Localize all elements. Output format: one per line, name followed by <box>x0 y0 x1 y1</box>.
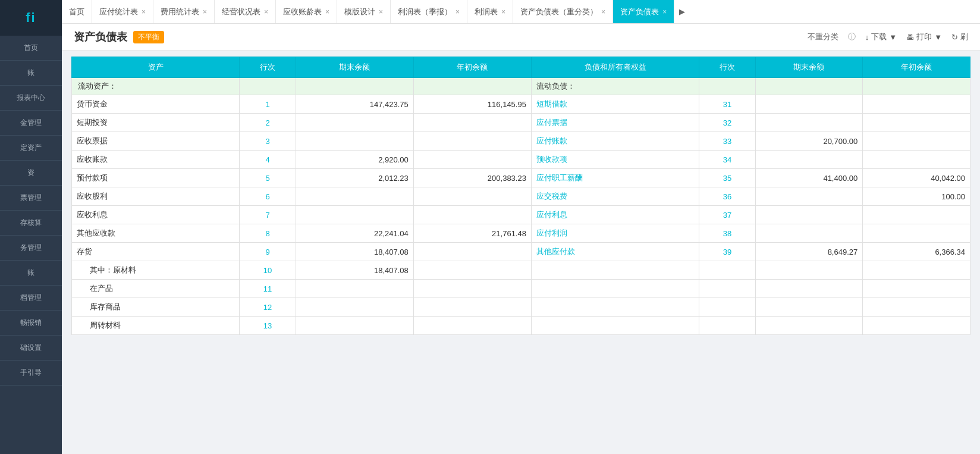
row-num-left: 10 <box>240 261 296 280</box>
asset-name: 应收股利 <box>72 187 240 206</box>
begin-balance-left <box>413 280 531 298</box>
tab-receivable-aging-label: 应收账龄表 <box>283 7 322 17</box>
table-row[interactable]: 其中：原材料 10 18,407.08 <box>72 261 970 280</box>
sidebar-item-invoice[interactable]: 票管理 <box>0 186 62 211</box>
row-num-right: 38 <box>699 224 755 243</box>
close-icon[interactable]: × <box>379 8 383 16</box>
tab-receivable-aging[interactable]: 应收账龄表 × <box>276 0 337 23</box>
begin-balance-left: 21,761.48 <box>413 224 531 243</box>
table-row[interactable]: 存货 9 18,407.08 其他应付款 39 8,649.27 6,366.3… <box>72 243 970 261</box>
close-icon[interactable]: × <box>264 8 268 16</box>
not-classify-label[interactable]: 不重分类 <box>808 32 838 42</box>
liability-name: 预收款项 <box>531 151 699 169</box>
row-num-right: 33 <box>699 132 755 151</box>
tab-payable-stats[interactable]: 应付统计表 × <box>92 0 153 23</box>
begin-balance-right <box>863 95 970 114</box>
close-icon[interactable]: × <box>325 8 329 16</box>
tab-home[interactable]: 首页 <box>62 0 92 23</box>
section-right-label: 流动负债： <box>531 78 699 95</box>
download-button[interactable]: ↓ 下载 ▼ <box>865 32 897 42</box>
tab-profit-quarterly-label: 利润表（季报） <box>398 7 452 17</box>
end-balance-left: 147,423.75 <box>296 95 413 114</box>
begin-balance-right <box>863 151 970 169</box>
tab-business-status[interactable]: 经营状况表 × <box>215 0 276 23</box>
close-icon[interactable]: × <box>601 8 605 16</box>
header-actions: 不重分类 ⓘ ↓ 下载 ▼ 🖶 打印 ▼ ↻ 刷 <box>808 32 968 42</box>
table-row[interactable]: 在产品 11 <box>72 280 970 298</box>
tab-expense-stats[interactable]: 费用统计表 × <box>153 0 215 23</box>
table-area: 资产 行次 期末余额 年初余额 负债和所有者权益 行次 期末余额 年初余额 流动… <box>62 51 980 454</box>
sidebar-item-ledger[interactable]: 账 <box>0 261 62 286</box>
tab-scroll-right[interactable]: ▶ <box>674 0 690 23</box>
table-row[interactable]: 其他应收款 8 22,241.04 21,761.48 应付利润 38 <box>72 224 970 243</box>
tab-template-design[interactable]: 模版设计 × <box>337 0 391 23</box>
close-icon[interactable]: × <box>662 8 667 16</box>
close-icon[interactable]: × <box>142 8 146 16</box>
begin-balance-right <box>863 317 970 335</box>
sidebar-item-guide[interactable]: 手引导 <box>0 361 62 386</box>
table-row[interactable]: 应收票据 3 应付账款 33 20,700.00 <box>72 132 970 151</box>
end-balance-right: 20,700.00 <box>755 132 863 151</box>
row-num-left: 4 <box>240 151 296 169</box>
chevron-down-icon: ▼ <box>934 33 942 42</box>
col-liabilities: 负债和所有者权益 <box>531 57 699 78</box>
tab-profit-quarterly[interactable]: 利润表（季报） × <box>391 0 467 23</box>
end-balance-right <box>755 261 863 280</box>
row-num-left: 8 <box>240 224 296 243</box>
sidebar-item-home[interactable]: 首页 <box>0 36 62 61</box>
row-num-right <box>699 280 755 298</box>
sidebar-item-fixed-assets[interactable]: 定资产 <box>0 136 62 161</box>
print-button[interactable]: 🖶 打印 ▼ <box>906 32 942 42</box>
liability-name: 应付票据 <box>531 114 699 132</box>
tab-profit[interactable]: 利润表 × <box>467 0 513 23</box>
begin-balance-left <box>413 132 531 151</box>
begin-balance-right <box>863 132 970 151</box>
col-begin-balance-right: 年初余额 <box>863 57 970 78</box>
row-num-right <box>699 317 755 335</box>
sidebar-item-account[interactable]: 账 <box>0 61 62 86</box>
begin-balance-left <box>413 243 531 261</box>
asset-name: 其中：原材料 <box>72 261 240 280</box>
liability-name <box>531 261 699 280</box>
sidebar-item-document[interactable]: 档管理 <box>0 286 62 311</box>
row-num-right <box>699 298 755 317</box>
table-row[interactable]: 货币资金 1 147,423.75 116,145.95 短期借款 31 <box>72 95 970 114</box>
table-row[interactable]: 短期投资 2 应付票据 32 <box>72 114 970 132</box>
row-num-right: 32 <box>699 114 755 132</box>
begin-balance-right <box>863 206 970 224</box>
sidebar-item-business[interactable]: 务管理 <box>0 236 62 261</box>
row-num-right: 39 <box>699 243 755 261</box>
sidebar-item-expense[interactable]: 畅报销 <box>0 311 62 336</box>
table-row[interactable]: 库存商品 12 <box>72 298 970 317</box>
close-icon[interactable]: × <box>203 8 207 16</box>
begin-balance-left <box>413 317 531 335</box>
tab-balance-sheet-label: 资产负债表 <box>620 7 659 17</box>
tab-profit-label: 利润表 <box>475 7 498 17</box>
end-balance-right: 8,649.27 <box>755 243 863 261</box>
sidebar-item-report-center[interactable]: 报表中心 <box>0 86 62 111</box>
table-row[interactable]: 应收账款 4 2,920.00 预收款项 34 <box>72 151 970 169</box>
table-row[interactable]: 应收利息 7 应付利息 37 <box>72 206 970 224</box>
sidebar-item-investment[interactable]: 资 <box>0 161 62 186</box>
download-icon: ↓ <box>865 33 869 42</box>
table-row[interactable]: 周转材料 13 <box>72 317 970 335</box>
refresh-button[interactable]: ↻ 刷 <box>951 32 968 42</box>
liability-name: 应付账款 <box>531 132 699 151</box>
sidebar-item-inventory[interactable]: 存核算 <box>0 211 62 236</box>
balance-sheet-table: 资产 行次 期末余额 年初余额 负债和所有者权益 行次 期末余额 年初余额 流动… <box>71 57 970 335</box>
row-num-left: 3 <box>240 132 296 151</box>
unbalanced-badge: 不平衡 <box>133 31 164 43</box>
help-icon[interactable]: ⓘ <box>848 32 856 42</box>
tab-balance-sheet[interactable]: 资产负债表 × <box>613 0 674 23</box>
table-row[interactable]: 预付款项 5 2,012.23 200,383.23 应付职工薪酬 35 41,… <box>72 169 970 187</box>
close-icon[interactable]: × <box>501 8 505 16</box>
tab-balance-reclassified[interactable]: 资产负债表（重分类） × <box>513 0 613 23</box>
page-title-area: 资产负债表 不平衡 <box>74 30 164 44</box>
table-row[interactable]: 应收股利 6 应交税费 36 100.00 <box>72 187 970 206</box>
end-balance-right: 41,400.00 <box>755 169 863 187</box>
row-num-left: 12 <box>240 298 296 317</box>
sidebar-item-fund[interactable]: 金管理 <box>0 111 62 136</box>
sidebar-item-settings[interactable]: 础设置 <box>0 336 62 361</box>
close-icon[interactable]: × <box>456 8 460 16</box>
end-balance-right <box>755 187 863 206</box>
